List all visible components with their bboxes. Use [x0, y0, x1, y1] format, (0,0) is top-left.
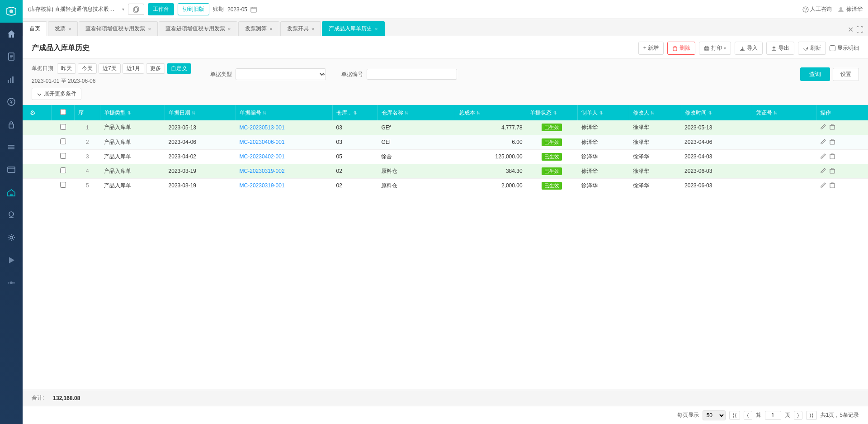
th-cost[interactable]: 总成本⇅: [455, 105, 526, 120]
th-checkbox[interactable]: [51, 105, 74, 120]
row-delete-icon[interactable]: [829, 167, 835, 175]
th-modifier[interactable]: 修改人⇅: [629, 105, 681, 120]
last-page-button[interactable]: ⟩⟩: [806, 411, 817, 420]
tab-purchase-vat-close[interactable]: ×: [228, 26, 231, 32]
prev-page-button[interactable]: ⟨: [744, 411, 752, 420]
row-code[interactable]: MC-20230402-001: [236, 149, 333, 164]
row-type: 产品入库单: [100, 149, 165, 164]
row-checkbox-cell[interactable]: [51, 135, 74, 149]
row-date: 2023-05-13: [165, 120, 236, 135]
row-code[interactable]: MC-20230406-001: [236, 135, 333, 149]
row-edit-icon[interactable]: [820, 124, 826, 131]
table-settings-gear[interactable]: ⚙: [26, 106, 39, 119]
date-btn-custom[interactable]: 自定义: [167, 63, 191, 74]
export-button[interactable]: 导出: [766, 42, 794, 55]
import-button[interactable]: 导入: [735, 42, 763, 55]
sidebar-item-chart[interactable]: [0, 68, 23, 91]
tab-sales-vat[interactable]: 查看销项增值税专用发票 ×: [79, 21, 157, 36]
new-button[interactable]: + 新增: [638, 42, 664, 55]
per-page-select[interactable]: 50 100 200: [703, 410, 726, 420]
date-btn-yesterday[interactable]: 昨天: [57, 63, 76, 74]
sidebar-item-warehouse[interactable]: [0, 181, 23, 204]
tab-issue-close[interactable]: ×: [311, 26, 314, 32]
row-voucher: [752, 164, 816, 178]
row-delete-icon[interactable]: [829, 182, 835, 190]
row-code[interactable]: MC-20230513-001: [236, 120, 333, 135]
tab-expand-button[interactable]: ⛶: [856, 26, 863, 34]
row-code[interactable]: MC-20230319-002: [236, 164, 333, 178]
sidebar-item-invoice[interactable]: [0, 158, 23, 181]
row-checkbox-cell[interactable]: [51, 149, 74, 164]
type-filter-select[interactable]: [236, 68, 326, 80]
show-detail-checkbox[interactable]: 显示明细: [830, 44, 859, 52]
row-checkbox-cell[interactable]: [51, 164, 74, 178]
company-dropdown-arrow[interactable]: ▾: [122, 7, 124, 12]
next-page-button[interactable]: ⟩: [794, 411, 802, 420]
th-wh-name[interactable]: 仓库名称⇅: [377, 105, 455, 120]
refresh-button[interactable]: 刷新: [798, 42, 826, 55]
page-num-input[interactable]: [765, 411, 781, 420]
print-button[interactable]: 打印 ▾: [699, 42, 731, 55]
th-code[interactable]: 单据编号⇅: [236, 105, 333, 120]
date-btn-7days[interactable]: 近7天: [99, 63, 121, 74]
query-button[interactable]: 查询: [800, 67, 830, 81]
row-edit-icon[interactable]: [820, 153, 826, 161]
row-status: 已生效: [526, 164, 578, 178]
sidebar-item-doc[interactable]: [0, 45, 23, 68]
setting-button[interactable]: 设置: [833, 68, 859, 81]
row-type: 产品入库单: [100, 164, 165, 178]
date-btn-1month[interactable]: 近1月: [123, 63, 145, 74]
tab-purchase-vat[interactable]: 查看进项增值税专用发票 ×: [159, 21, 237, 36]
tab-finished-goods[interactable]: 产成品入库单历史 ×: [322, 21, 384, 36]
tab-issue[interactable]: 发票开具 ×: [280, 21, 321, 36]
row-delete-icon[interactable]: [829, 153, 835, 161]
tab-calc[interactable]: 发票测算 ×: [238, 21, 279, 36]
sidebar-item-extra[interactable]: [0, 272, 23, 294]
date-btn-today[interactable]: 今天: [78, 63, 97, 74]
select-all-checkbox[interactable]: [60, 109, 66, 115]
tab-invoice-label: 发票: [55, 25, 66, 33]
th-creator[interactable]: 制单人⇅: [578, 105, 629, 120]
tab-close-all-button[interactable]: ✕: [848, 25, 854, 34]
row-edit-icon[interactable]: [820, 138, 826, 146]
workbench-button[interactable]: 工作台: [148, 3, 174, 15]
row-code[interactable]: MC-20230319-001: [236, 178, 333, 193]
expand-conditions-button[interactable]: 展开更多条件: [32, 88, 81, 100]
row-edit-icon[interactable]: [820, 182, 826, 190]
th-voucher[interactable]: 凭证号⇅: [752, 105, 816, 120]
code-filter-label: 单据编号: [341, 71, 363, 78]
tab-finished-goods-close[interactable]: ×: [375, 26, 377, 32]
th-type[interactable]: 单据类型⇅: [100, 105, 165, 120]
row-settings-cell: [23, 164, 51, 178]
th-settings[interactable]: ⚙: [23, 105, 51, 120]
sidebar-item-list[interactable]: [0, 136, 23, 158]
th-date[interactable]: 单据日期⇅: [165, 105, 236, 120]
sidebar-item-finance[interactable]: ¥: [0, 91, 23, 113]
row-delete-icon[interactable]: [829, 138, 835, 146]
row-edit-icon[interactable]: [820, 167, 826, 175]
first-page-button[interactable]: ⟨⟨: [729, 411, 740, 420]
service-link[interactable]: 人工咨询: [802, 5, 832, 13]
th-status[interactable]: 单据状态⇅: [526, 105, 578, 120]
doc-copy-button[interactable]: [128, 4, 144, 15]
delete-button[interactable]: 删除: [667, 42, 695, 55]
sidebar-item-home[interactable]: [0, 23, 23, 45]
tab-sales-vat-close[interactable]: ×: [148, 26, 151, 32]
sidebar-item-play[interactable]: [0, 249, 23, 272]
row-checkbox-cell[interactable]: [51, 120, 74, 135]
sidebar-item-stamp[interactable]: [0, 204, 23, 226]
sidebar-item-settings[interactable]: [0, 226, 23, 249]
tab-invoice-close[interactable]: ×: [68, 26, 71, 32]
switch-old-button[interactable]: 切到旧版: [178, 3, 209, 15]
tab-invoice[interactable]: 发票 ×: [48, 21, 78, 36]
sort-status-icon: ⇅: [553, 110, 557, 115]
tab-calc-close[interactable]: ×: [269, 26, 272, 32]
date-btn-more[interactable]: 更多: [146, 63, 165, 74]
sidebar-item-lock[interactable]: [0, 113, 23, 136]
th-mod-time[interactable]: 修改时间⇅: [681, 105, 752, 120]
row-checkbox-cell[interactable]: [51, 178, 74, 193]
tab-home[interactable]: 首页: [23, 21, 47, 36]
th-warehouse[interactable]: 仓库...⇅: [333, 105, 378, 120]
row-delete-icon[interactable]: [829, 124, 835, 131]
code-filter-input[interactable]: [367, 69, 457, 80]
